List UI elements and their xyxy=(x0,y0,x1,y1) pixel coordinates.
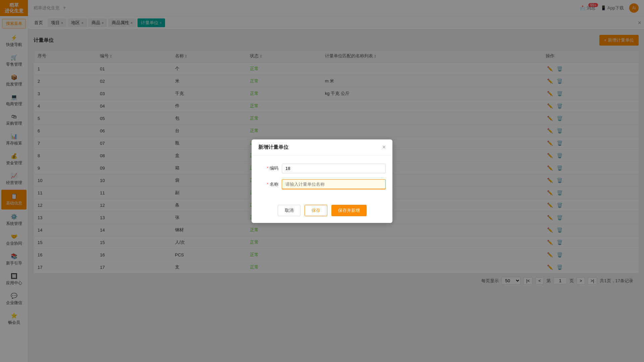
name-input[interactable] xyxy=(282,179,386,189)
modal-close-button[interactable]: × xyxy=(382,144,386,150)
add-unit-modal: 新增计量单位 × 编码 名称 取消 保存 保存并新增 xyxy=(252,139,392,223)
save-button[interactable]: 保存 xyxy=(305,205,327,216)
modal-footer: 取消 保存 保存并新增 xyxy=(252,201,392,223)
modal-header: 新增计量单位 × xyxy=(252,139,392,156)
modal-body: 编码 名称 xyxy=(252,156,392,201)
code-input[interactable] xyxy=(282,164,386,173)
cancel-button[interactable]: 取消 xyxy=(278,205,301,216)
code-label: 编码 xyxy=(258,165,278,171)
name-label: 名称 xyxy=(258,181,278,187)
code-form-row: 编码 xyxy=(258,164,386,173)
save-and-new-button[interactable]: 保存并新增 xyxy=(331,205,367,216)
modal-overlay[interactable]: 新增计量单位 × 编码 名称 取消 保存 保存并新增 xyxy=(0,0,644,362)
name-form-row: 名称 xyxy=(258,179,386,189)
modal-title: 新增计量单位 xyxy=(258,144,288,150)
